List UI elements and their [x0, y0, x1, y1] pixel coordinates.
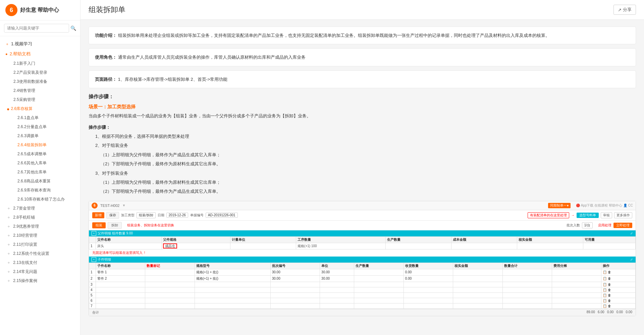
app-title: 好生意 帮助中心 [20, 7, 59, 14]
sidebar-item-mobile[interactable]: ＋ 2.8手机旺铺 [0, 213, 80, 222]
th-prod-qty: 生产数量 [385, 236, 451, 243]
step3-2: （2）下部明细为子件明细，最终作为产成品生成其它入库单。 [89, 187, 636, 195]
mock-expand-child-icon[interactable]: ⤢ [630, 258, 633, 261]
role-block: 使用角色： 通常由生产人员或库管人员完成拆装业务的操作，库管人员确认原材料的出库… [89, 48, 636, 66]
sidebar-item-newbie[interactable]: 2.1新手入门 [0, 59, 80, 68]
minus-icon-inventory: ● [7, 106, 9, 112]
search-box: 🔍 [0, 20, 80, 36]
mock-field-type-val: 组装/拆卸 [137, 212, 156, 218]
sidebar: 6 好生意 帮助中心 🔍 ＋ 1.视频学习 ● 2.帮助文档 2.1新手入门 2… [0, 0, 80, 335]
main-content: 组装拆卸单 ↗ 分享 功能介绍： 组装拆卸单用来处理企业组装或拆卸等加工业务，支… [80, 0, 644, 335]
mock-audit-btn: 审核 [601, 212, 612, 218]
sidebar-item-assembly[interactable]: 2.6.4组装拆卸单 [0, 141, 80, 150]
sidebar-item-stock-count[interactable]: 2.6.1盘点单 [0, 113, 80, 122]
mock-topbar-id: TEST-H002 [100, 204, 119, 208]
sidebar-item-sales[interactable]: 2.4销售管理 [0, 86, 80, 95]
step2-2: （2）下部明细为子件明细，最终作为原材料生成其它出库单。 [89, 160, 636, 168]
sidebar-item-purchase[interactable]: 2.5采购管理 [0, 95, 80, 104]
sidebar-item-other-in[interactable]: 2.6.6其他入库单 [0, 159, 80, 168]
mock-btn-save[interactable]: 保存 [106, 212, 119, 219]
page-title: 组装拆卸单 [89, 5, 125, 15]
th-unit: 计量单位 [230, 236, 296, 243]
sidebar-item-other-out[interactable]: 2.6.7其他出库单 [0, 168, 80, 177]
sidebar-item-install[interactable]: 2.2产品安装及登录 [0, 68, 80, 77]
sidebar-item-adjust[interactable]: 2.6.3调拨单 [0, 131, 80, 141]
share-icon: ↗ [618, 7, 622, 12]
sidebar-item-operation[interactable]: ＋ 2.10经营管理 [0, 231, 80, 240]
screenshot-container: 6 TEST-H002 ▼ 同期制单一♦ 🔴 App下载 在线课程 帮助中心 👤… [89, 201, 636, 316]
mock-parent-section-label: 父件明细 组件数量 9.00 [98, 231, 133, 236]
table-row: 1 零件 1 规格(+1) + 批() 30.00 30.00 0.00 [89, 269, 636, 275]
sidebar-item-payment[interactable]: ＋ 2.13在线支付 [0, 258, 80, 267]
mock-topbar-btn: 同期制单一♦ [548, 203, 571, 208]
main-header: 组装拆卸单 ↗ 分享 [80, 0, 644, 20]
sidebar-item-finance[interactable]: ＋ 2.7资金管理 [0, 204, 80, 213]
arrow-clearance: → [571, 213, 575, 217]
child-table: 子件名称 数量标记 规格型号 批次编号 单位 生产数量 收货数量 核实金额 数量… [89, 263, 636, 309]
table-row: 4📋 🗑 [89, 287, 636, 292]
sidebar-item-stock-check[interactable]: 2.6.9库存账本查询 [0, 186, 80, 195]
table-row: 1 床头 成品仓 规格(+1) 100 [89, 243, 636, 249]
sidebar-item-system[interactable]: ＋ 2.12系统个性化设置 [0, 249, 80, 258]
sidebar-item-print[interactable]: ＋ 2.11打印设置 [0, 240, 80, 249]
app-logo: 6 [5, 4, 17, 16]
mock-start-btn: 立即处理 [613, 223, 632, 228]
th-parent-spec: 父件规格 [162, 236, 230, 243]
sidebar-item-cases[interactable]: ＋ 2.15操作案例 [0, 276, 80, 285]
content-area: 功能介绍： 组装拆卸单用来处理企业组装或拆卸等加工业务，支持有固定装配清单的产品… [80, 20, 644, 335]
intro-block: 功能介绍： 组装拆卸单用来处理企业组装或拆卸等加工业务，支持有固定装配清单的产品… [89, 26, 636, 44]
sidebar-item-inventory[interactable]: ● 2.6库存核算 [0, 104, 80, 113]
annotation-switch: 组装业务、拆卸业务在这里切换 [127, 223, 174, 228]
sidebar-item-split-count[interactable]: 2.6.2分量盘点单 [0, 122, 80, 131]
step3-1: （1）上部明细为父件明细，最终作为原材料生成其它出库单； [89, 178, 636, 186]
mock-child-section-label: 子件明细 [98, 257, 111, 262]
step2: 2、对于组装业务 [89, 142, 636, 149]
mock-field-no-label: 单据编号 [190, 213, 204, 218]
table-row: 2 零件 2 规格(+1) + 批() 30.00 30.00 0.00 [89, 275, 636, 282]
path-block: 页面路径： 1、库存核算->库存管理->组装拆卸单 2、首页->常用功能 [89, 70, 636, 88]
mock-tab-assembly[interactable]: 组装 [92, 222, 106, 228]
search-button[interactable]: 🔍 [70, 25, 76, 31]
th-cost-amt: 成本金额 [451, 236, 517, 243]
mock-more-btn: 更多操作 [614, 212, 632, 218]
step1: 1、根据不同的业务，选择不同单据的类型来处理 [89, 132, 636, 140]
plus-icon: ＋ [5, 42, 9, 47]
share-button[interactable]: ↗ 分享 [613, 5, 636, 15]
mock-add-child-btn[interactable]: + [92, 257, 96, 262]
mock-add-row-btn[interactable]: + [92, 231, 96, 236]
parent-table: 父件名称 父件规格 计量单位 工序数量 生产数量 成本金额 核实金额 可用量 [89, 236, 636, 249]
step2-1: （1）上部明细为父件明细，最终作为产成品生成其它入库单； [89, 151, 636, 159]
nav-tree: ＋ 1.视频学习 ● 2.帮助文档 2.1新手入门 2.2产品安装及登录 2.3… [0, 36, 80, 335]
sidebar-item-cost-adj[interactable]: 2.6.5成本调整单 [0, 150, 80, 159]
mock-logo: 6 [92, 203, 98, 209]
mock-icons-row: 🔴 App下载 在线课程 帮助中心 👤 CC [576, 203, 633, 208]
mock-field-date-val: 2019-12-26 [166, 213, 188, 218]
th-process-qty: 工序数量 [296, 236, 386, 243]
totals-row: 合计 89.00 6.00 0.00 0.00 0.00 [89, 309, 636, 316]
table-row: 6📋 🗑 [89, 298, 636, 303]
mock-btn-new[interactable]: 新增 [92, 212, 104, 218]
sidebar-item-faq[interactable]: ＋ 2.14常见问题 [0, 267, 80, 276]
sidebar-item-coupon[interactable]: ＋ 2.9优惠券管理 [0, 222, 80, 231]
table-row: 3📋 🗑 [89, 282, 636, 287]
mock-tab-disassembly[interactable]: 拆卸 [108, 222, 122, 229]
table-row: 5📋 🗑 [89, 292, 636, 298]
minus-icon: ● [5, 52, 8, 56]
th-actual-amt: 核实金额 [517, 236, 583, 243]
sidebar-item-data-prep[interactable]: 2.3使用前数据准备 [0, 77, 80, 86]
sidebar-header: 6 好生意 帮助中心 [0, 0, 80, 20]
sidebar-item-account-error[interactable]: 2.6.10库存账本错了怎么办 [0, 195, 80, 204]
th-parent-name: 父件名称 [96, 236, 162, 243]
mock-field-type-label: 加工类型 [121, 213, 135, 218]
search-input[interactable] [4, 24, 69, 33]
scenario1-desc: 当由多个子件材料组装成一个成品的业务为【组装】业务，当由一个父件拆分成多个子产品… [89, 112, 636, 120]
sidebar-item-cost-calc[interactable]: 2.6.8商品成本重算 [0, 177, 80, 186]
sidebar-item-video[interactable]: ＋ 1.视频学习 [0, 39, 80, 49]
mock-field-no-val: AD-20191226-001 [206, 213, 238, 218]
mock-qty-val: 1/台 [582, 222, 593, 228]
annotation-clearance: 有装配清单的在这里处理 [528, 212, 569, 218]
scenario1-title: 场景一：加工类型选择 [89, 104, 636, 110]
sidebar-item-docs[interactable]: ● 2.帮助文档 [0, 49, 80, 59]
step3: 3、对于拆装业务 [89, 169, 636, 177]
mock-expand-icon[interactable]: ⤢ [630, 232, 633, 235]
